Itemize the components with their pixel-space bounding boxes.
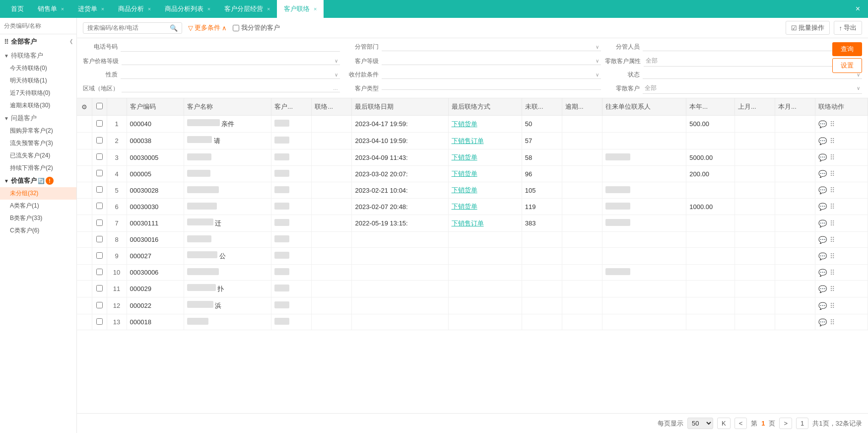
row-checkbox-cell[interactable] xyxy=(92,149,107,166)
more-actions-icon[interactable]: ⠿ xyxy=(830,269,835,277)
filter-nature-select[interactable]: ∨ xyxy=(121,71,340,79)
row-settings[interactable] xyxy=(77,199,92,215)
sidebar-item-declining[interactable]: 持续下滑客户(2) xyxy=(0,162,76,174)
filter-dept-select[interactable]: ∨ xyxy=(382,43,601,51)
filter-region-select[interactable]: … xyxy=(122,84,340,92)
row-checkbox-cell[interactable] xyxy=(92,297,107,314)
row-checkbox-cell[interactable] xyxy=(92,314,107,330)
row-checkbox[interactable] xyxy=(96,219,103,226)
last-method-link[interactable]: 下销售订单 xyxy=(452,219,484,227)
row-settings[interactable] xyxy=(77,297,92,314)
contact-icon[interactable]: 💬 xyxy=(818,318,827,326)
row-checkbox[interactable] xyxy=(96,120,103,127)
sidebar-search-bar[interactable]: 🔍 xyxy=(0,18,76,34)
filter-retail-attr-select[interactable]: 全部 ∨ xyxy=(644,56,862,67)
filter-status-select[interactable]: ∨ xyxy=(643,71,862,79)
filter-price-select[interactable]: ∨ xyxy=(122,57,340,65)
more-actions-icon[interactable]: ⠿ xyxy=(830,318,835,326)
row-checkbox-cell[interactable] xyxy=(92,215,107,232)
row-settings[interactable] xyxy=(77,133,92,149)
last-method-link[interactable]: 下销货单 xyxy=(452,120,477,128)
last-page-button[interactable]: 1 xyxy=(796,418,808,429)
nav-tab-customer-tier[interactable]: 客户分层经营 × xyxy=(217,0,277,18)
sidebar-item-class-a[interactable]: A类客户(1) xyxy=(0,200,76,212)
filter-manager-select[interactable]: … xyxy=(643,43,862,51)
close-customer-contact-tab[interactable]: × xyxy=(314,6,317,12)
contact-icon[interactable]: 💬 xyxy=(818,153,827,161)
row-checkbox-cell[interactable] xyxy=(92,281,107,297)
sidebar-all-customers[interactable]: ⠿ 全部客户 《 xyxy=(0,34,76,49)
contact-icon[interactable]: 💬 xyxy=(818,203,827,211)
nav-tab-purchase[interactable]: 进货单 × xyxy=(71,0,111,18)
more-actions-icon[interactable]: ⠿ xyxy=(830,186,835,194)
sidebar-item-churned[interactable]: 已流失客户(24) xyxy=(0,149,76,162)
row-settings[interactable] xyxy=(77,182,92,199)
first-page-button[interactable]: K xyxy=(717,418,731,429)
sidebar-item-overdue[interactable]: 逾期未联络(30) xyxy=(0,99,76,112)
row-checkbox[interactable] xyxy=(96,170,103,176)
contact-icon[interactable]: 💬 xyxy=(818,269,827,277)
more-actions-icon[interactable]: ⠿ xyxy=(830,236,835,244)
filter-phone-input[interactable] xyxy=(121,42,340,52)
contact-icon[interactable]: 💬 xyxy=(818,285,827,293)
sidebar-group-pending[interactable]: ▼ 待联络客户 xyxy=(0,49,76,62)
contact-icon[interactable]: 💬 xyxy=(818,252,827,260)
export-button[interactable]: ↑ 导出 xyxy=(834,21,863,35)
more-actions-icon[interactable]: ⠿ xyxy=(830,120,835,128)
sidebar-item-today[interactable]: 今天待联络(0) xyxy=(0,62,76,74)
contact-icon[interactable]: 💬 xyxy=(818,186,827,194)
more-actions-icon[interactable]: ⠿ xyxy=(830,137,835,145)
more-actions-icon[interactable]: ⠿ xyxy=(830,203,835,211)
row-checkbox[interactable] xyxy=(96,269,103,275)
my-customers-checkbox[interactable]: 我分管的客户 xyxy=(233,23,280,32)
row-settings[interactable] xyxy=(77,149,92,166)
close-customer-tier-tab[interactable]: × xyxy=(267,6,270,12)
filter-cust-type-select[interactable] xyxy=(382,87,601,90)
filter-retail-cust-select[interactable]: 全部 ∨ xyxy=(643,83,862,94)
last-method-link[interactable]: 下销货单 xyxy=(452,186,477,194)
filter-search-icon[interactable]: 🔍 xyxy=(170,24,178,32)
contact-icon[interactable]: 💬 xyxy=(818,170,827,178)
row-checkbox-cell[interactable] xyxy=(92,182,107,199)
row-settings[interactable] xyxy=(77,265,92,281)
row-checkbox[interactable] xyxy=(96,318,103,325)
contact-icon[interactable]: 💬 xyxy=(818,236,827,244)
sidebar-search-input[interactable] xyxy=(4,22,77,29)
contact-icon[interactable]: 💬 xyxy=(818,302,827,310)
sidebar-group-problem[interactable]: ▼ 问题客户 xyxy=(0,112,76,125)
row-checkbox-cell[interactable] xyxy=(92,248,107,265)
nav-tab-product-analysis[interactable]: 商品分析 × xyxy=(111,0,158,18)
row-checkbox-cell[interactable] xyxy=(92,265,107,281)
row-checkbox[interactable] xyxy=(96,137,103,144)
row-checkbox-cell[interactable] xyxy=(92,116,107,133)
col-check-all[interactable] xyxy=(92,98,107,116)
row-checkbox[interactable] xyxy=(96,186,103,193)
more-actions-icon[interactable]: ⠿ xyxy=(830,302,835,310)
nav-tab-customer-contact[interactable]: 客户联络 × xyxy=(277,0,324,18)
row-checkbox[interactable] xyxy=(96,252,103,259)
sidebar-item-ungrouped[interactable]: 未分组(32) xyxy=(0,187,76,200)
reset-button[interactable]: 设置 xyxy=(832,58,862,73)
filter-cust-level-select[interactable]: ∨ xyxy=(382,57,601,65)
contact-icon[interactable]: 💬 xyxy=(818,137,827,145)
my-customers-check[interactable] xyxy=(233,25,239,31)
window-close-button[interactable]: × xyxy=(852,4,864,13)
row-checkbox[interactable] xyxy=(96,285,103,291)
nav-tab-sales[interactable]: 销售单 × xyxy=(31,0,71,18)
more-actions-icon[interactable]: ⠿ xyxy=(830,285,835,293)
contact-icon[interactable]: 💬 xyxy=(818,219,827,227)
filter-more-conditions[interactable]: ▽ 更多条件 ∧ xyxy=(188,23,227,32)
more-actions-icon[interactable]: ⠿ xyxy=(830,252,835,260)
last-method-link[interactable]: 下销货单 xyxy=(452,170,477,177)
row-settings[interactable] xyxy=(77,215,92,232)
prev-page-button[interactable]: < xyxy=(734,418,747,429)
sidebar-item-class-b[interactable]: B类客户(33) xyxy=(0,212,76,224)
sidebar-item-7days[interactable]: 近7天待联络(0) xyxy=(0,87,76,99)
row-checkbox-cell[interactable] xyxy=(92,133,107,149)
row-checkbox[interactable] xyxy=(96,153,103,160)
row-settings[interactable] xyxy=(77,232,92,248)
row-checkbox[interactable] xyxy=(96,203,103,209)
check-all-checkbox[interactable] xyxy=(96,103,103,109)
row-settings[interactable] xyxy=(77,314,92,330)
sidebar-item-tomorrow[interactable]: 明天待联络(1) xyxy=(0,74,76,87)
